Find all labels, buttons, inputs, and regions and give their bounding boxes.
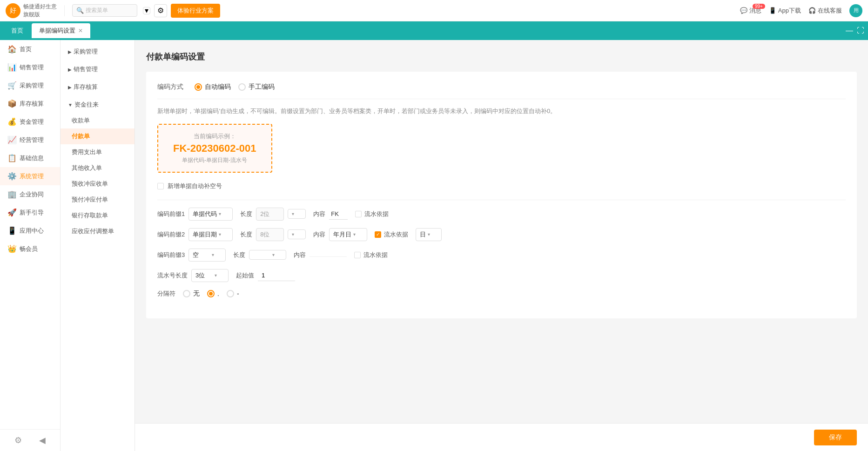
- sec-group-inventory-header[interactable]: ▶ 库存核算: [61, 79, 135, 95]
- length2-input[interactable]: 8位: [256, 228, 284, 241]
- sep-none-radio-btn[interactable]: [183, 290, 190, 297]
- sep-dot-label: .: [217, 290, 219, 297]
- length2-field: 长度 8位 ▾: [240, 228, 306, 241]
- prefix-row-2: 编码前缀2 单据日期 ▾ 长度 8位 ▾ 内容: [157, 228, 846, 241]
- prefix-row-3: 编码前缀3 空 ▾ 长度 ▾ 内容: [157, 249, 846, 262]
- sec-item-receivable-adjust[interactable]: 应收应付调整单: [61, 223, 135, 239]
- length3-field: 长度 ▾: [233, 250, 286, 260]
- stream2-checkbox[interactable]: ✓: [375, 231, 381, 238]
- length1-input[interactable]: 2位: [256, 208, 284, 221]
- prefix2-label: 编码前缀2: [157, 230, 185, 239]
- stream3-checkbox[interactable]: [354, 252, 361, 258]
- save-button[interactable]: 保存: [814, 430, 857, 445]
- manual-encode-label: 手工编码: [249, 83, 275, 91]
- message-button[interactable]: 💬 消息 99+: [740, 7, 761, 15]
- hint-text: 新增单据时，'单据编码'自动生成，不可编辑。前缀设置为部门、业务员等档案类，开单…: [157, 107, 846, 116]
- experience-button[interactable]: 体验行业方案: [171, 4, 220, 18]
- basic-icon: 📋: [7, 154, 16, 162]
- sidebar-item-sales[interactable]: 📊 销售管理: [0, 58, 60, 76]
- content1-label: 内容: [313, 210, 325, 218]
- sidebar-item-enterprise[interactable]: 🏢 企业协同: [0, 185, 60, 203]
- user-avatar[interactable]: 用: [849, 4, 862, 17]
- settings-bottom-icon[interactable]: ⚙: [14, 435, 22, 445]
- prefix2-select[interactable]: 单据日期 ▾: [188, 228, 233, 241]
- encode-setting-tab-label: 单据编码设置: [39, 27, 75, 35]
- sep-dash-radio[interactable]: -: [227, 290, 239, 297]
- chevron-down-icon: ▾: [272, 252, 275, 257]
- sec-item-other-income[interactable]: 其他收入单: [61, 160, 135, 176]
- sec-item-advance-payable[interactable]: 预付冲应付单: [61, 192, 135, 208]
- sep-none-radio[interactable]: 无: [183, 289, 200, 298]
- sep-dot-radio[interactable]: .: [207, 290, 219, 297]
- content2-field: 内容 年月日 ▾: [313, 228, 367, 241]
- sidebar-item-operation[interactable]: 📈 经营管理: [0, 131, 60, 149]
- collapse-icon[interactable]: ◀: [39, 435, 46, 445]
- sep-dot-radio-btn[interactable]: [207, 290, 215, 297]
- maximize-button[interactable]: ⛶: [857, 27, 864, 35]
- sidebar-item-basic[interactable]: 📋 基础信息: [0, 149, 60, 167]
- length2-select[interactable]: ▾: [288, 229, 306, 239]
- stream2-unit-select[interactable]: 日 ▾: [416, 228, 442, 241]
- prefix-row-1: 编码前缀1 单据代码 ▾ 长度 2位 ▾ 内容: [157, 208, 846, 221]
- newbie-icon: 🚀: [7, 208, 16, 217]
- topbar-right: 💬 消息 99+ 📱 App下载 🎧 在线客服 用: [740, 4, 862, 17]
- preview-label: 当前编码示例：: [173, 132, 256, 141]
- auto-fill-checkbox[interactable]: [157, 183, 164, 189]
- encode-method-label: 编码方式: [157, 83, 183, 91]
- sidebar-item-system[interactable]: ⚙️ 系统管理: [0, 167, 60, 185]
- arrow-icon: ▶: [68, 67, 72, 72]
- content3-value: [310, 253, 347, 257]
- sec-item-expense[interactable]: 费用支出单: [61, 144, 135, 160]
- chevron-down-icon: ▾: [212, 252, 214, 257]
- sec-group-purchase-header[interactable]: ▶ 采购管理: [61, 44, 135, 60]
- dropdown-icon[interactable]: ▾: [143, 7, 150, 14]
- sec-group-fund-header[interactable]: ▼ 资金往来: [61, 97, 135, 113]
- separator-row: 分隔符 无 . -: [157, 289, 846, 298]
- sidebar-item-finance[interactable]: 💰 资金管理: [0, 113, 60, 131]
- sec-item-receipt[interactable]: 收款单: [61, 113, 135, 128]
- auto-encode-radio-btn[interactable]: [195, 83, 202, 91]
- search-icon: 🔍: [76, 7, 84, 14]
- sidebar-item-home[interactable]: 🏠 首页: [0, 40, 60, 58]
- sec-item-bank-deposit[interactable]: 银行存取款单: [61, 208, 135, 223]
- auto-fill-label: 新增单据自动补空号: [168, 182, 222, 190]
- length3-label: 长度: [233, 251, 245, 259]
- sidebar-bottom: ⚙ ◀: [0, 429, 60, 451]
- sidebar-item-app[interactable]: 📱 应用中心: [0, 222, 60, 240]
- sidebar-item-inventory[interactable]: 📦 库存核算: [0, 94, 60, 113]
- manual-encode-radio-btn[interactable]: [238, 83, 246, 91]
- sidebar-item-newbie[interactable]: 🚀 新手引导: [0, 203, 60, 222]
- sec-group-sales-header[interactable]: ▶ 销售管理: [61, 61, 135, 77]
- sec-item-payment[interactable]: 付款单: [61, 128, 135, 144]
- tab-close-icon[interactable]: ✕: [78, 27, 83, 34]
- settings-icon[interactable]: ⚙: [154, 4, 167, 17]
- minimize-button[interactable]: —: [846, 27, 853, 35]
- secondary-sidebar: ▶ 采购管理 ▶ 销售管理 ▶ 库存核算 ▼ 资金往来 收款单 付款单 费用支出…: [61, 40, 135, 451]
- app-download-button[interactable]: 📱 App下载: [769, 7, 801, 15]
- serial-length-select[interactable]: 3位 ▾: [191, 269, 229, 282]
- manual-encode-radio[interactable]: 手工编码: [238, 83, 275, 91]
- sidebar-item-member[interactable]: 👑 畅会员: [0, 240, 60, 258]
- tab-home[interactable]: 首页: [4, 23, 31, 38]
- prefix1-field: 编码前缀1 单据代码 ▾: [157, 208, 233, 221]
- online-service-button[interactable]: 🎧 在线客服: [808, 7, 842, 15]
- length3-select[interactable]: ▾: [249, 250, 286, 260]
- prefix1-select[interactable]: 单据代码 ▾: [188, 208, 233, 221]
- prefix3-select[interactable]: 空 ▾: [188, 249, 226, 262]
- stream1-checkbox[interactable]: [355, 211, 362, 217]
- tab-encode-setting[interactable]: 单据编码设置 ✕: [32, 23, 90, 38]
- sep-dash-radio-btn[interactable]: [227, 290, 234, 297]
- separator-label: 分隔符: [157, 289, 175, 298]
- sidebar: 🏠 首页 📊 销售管理 🛒 采购管理 📦 库存核算 💰 资金管理 📈 经营管理 …: [0, 40, 61, 451]
- content2-select[interactable]: 年月日 ▾: [329, 228, 367, 241]
- preview-desc: 单据代码-单据日期-流水号: [173, 156, 256, 164]
- sec-item-advance-receivable[interactable]: 预收冲应收单: [61, 176, 135, 192]
- chevron-down-icon: ▾: [428, 232, 430, 237]
- auto-encode-radio[interactable]: 自动编码: [195, 83, 231, 91]
- encode-method-radio-group: 自动编码 手工编码: [195, 83, 275, 91]
- search-input[interactable]: 🔍 搜索菜单: [72, 4, 137, 17]
- start-value-input[interactable]: [258, 270, 295, 281]
- length1-select[interactable]: ▾: [288, 209, 306, 219]
- sidebar-item-purchase[interactable]: 🛒 采购管理: [0, 76, 60, 94]
- content-area: 付款单编码设置 编码方式 自动编码 手工编码: [135, 40, 868, 451]
